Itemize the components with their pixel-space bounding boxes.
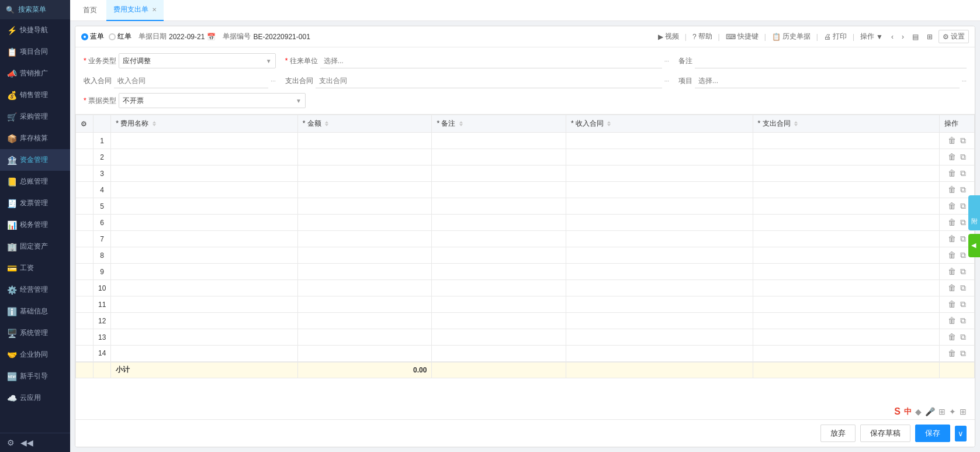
row-copy-13[interactable]: ⧉ [959,332,967,342]
row-amount-5[interactable] [297,198,432,215]
row-delete-6[interactable]: 🗑 [947,218,957,227]
sidebar-item-project-contract[interactable]: 📋项目合同 [0,41,70,63]
row-delete-1[interactable]: 🗑 [947,136,957,145]
col-income-contract-header[interactable]: * 收入合同 [566,115,753,133]
icon-zhong[interactable]: 中 [904,406,912,417]
row-income-contract-3[interactable] [566,165,753,182]
row-amount-3[interactable] [297,165,432,182]
sidebar-item-fixed-assets[interactable]: 🏢固定资产 [0,236,70,257]
row-expense-contract-11[interactable] [753,296,939,313]
expense-contract-sort[interactable] [794,121,798,126]
radio-red[interactable]: 红单 [109,32,131,42]
row-delete-5[interactable]: 🗑 [947,201,957,211]
row-expense-name-10[interactable] [111,280,297,296]
row-amount-1[interactable] [297,133,432,149]
row-delete-3[interactable]: 🗑 [947,168,957,178]
row-amount-6[interactable] [297,215,432,231]
icon-grid2[interactable]: ⊞ [960,407,967,416]
row-income-contract-12[interactable] [566,313,753,329]
sidebar-item-ledger-mgmt[interactable]: 📒总账管理 [0,171,70,192]
sidebar-item-invoice-mgmt[interactable]: 🧾发票管理 [0,192,70,214]
row-delete-9[interactable]: 🗑 [947,267,957,276]
row-delete-11[interactable]: 🗑 [947,299,957,309]
row-expense-name-4[interactable] [111,182,297,198]
row-copy-6[interactable]: ⧉ [959,218,967,227]
expense-contract-more-btn[interactable]: ··· [664,78,669,84]
amount-sort[interactable] [325,121,328,126]
row-copy-3[interactable]: ⧉ [959,168,967,178]
row-expense-name-11[interactable] [111,296,297,313]
col-note-header[interactable]: * 备注 [432,115,566,133]
row-amount-8[interactable] [297,247,432,264]
row-expense-contract-3[interactable] [753,165,939,182]
row-note-10[interactable] [432,280,566,296]
row-expense-name-13[interactable] [111,329,297,346]
row-income-contract-6[interactable] [566,215,753,231]
save-draft-button[interactable]: 保存草稿 [860,425,910,442]
row-note-6[interactable] [432,215,566,231]
sidebar-item-system-mgmt[interactable]: 🖥️系统管理 [0,322,70,344]
sidebar-item-inventory[interactable]: 📦库存核算 [0,127,70,149]
sidebar-item-enterprise-collab[interactable]: 🤝企业协同 [0,344,70,365]
row-note-4[interactable] [432,182,566,198]
sidebar-item-new-guide[interactable]: 🆕新手引导 [0,365,70,387]
row-expense-contract-9[interactable] [753,264,939,280]
settings-icon[interactable]: ⚙ [7,438,15,447]
row-delete-4[interactable]: 🗑 [947,185,957,194]
row-amount-9[interactable] [297,264,432,280]
row-copy-4[interactable]: ⧉ [959,185,967,195]
row-copy-7[interactable]: ⧉ [959,234,967,244]
row-income-contract-7[interactable] [566,231,753,247]
row-expense-name-9[interactable] [111,264,297,280]
radio-blue[interactable]: 蓝单 [81,32,104,42]
sidebar-item-marketing[interactable]: 📣营销推广 [0,63,70,84]
row-amount-7[interactable] [297,231,432,247]
row-amount-10[interactable] [297,280,432,296]
sidebar-search[interactable]: 🔍 搜索菜单 [0,0,70,19]
row-delete-10[interactable]: 🗑 [947,283,957,292]
row-copy-10[interactable]: ⧉ [959,283,967,293]
row-copy-11[interactable]: ⧉ [959,299,967,309]
expense-contract-input[interactable] [316,73,662,88]
payee-more-btn[interactable]: ··· [664,58,669,64]
row-delete-2[interactable]: 🗑 [947,152,957,161]
invoice-type-select[interactable]: 不开票 ▼ [119,93,306,108]
row-income-contract-2[interactable] [566,149,753,165]
row-expense-name-2[interactable] [111,149,297,165]
row-note-7[interactable] [432,231,566,247]
prev-btn[interactable]: ‹ [889,32,896,42]
row-note-11[interactable] [432,296,566,313]
row-copy-12[interactable]: ⧉ [959,316,967,326]
row-expense-name-7[interactable] [111,231,297,247]
right-panel-btn2[interactable]: ◀ [968,234,980,257]
row-copy-5[interactable]: ⧉ [959,201,967,211]
row-amount-13[interactable] [297,329,432,346]
note-input[interactable] [695,53,967,68]
row-expense-name-5[interactable] [111,198,297,215]
print-btn[interactable]: 🖨 打印 [822,30,849,43]
row-delete-7[interactable]: 🗑 [947,234,957,243]
project-input[interactable] [695,73,960,88]
col-amount-header[interactable]: * 金额 [297,115,432,133]
expense-name-sort[interactable] [153,121,156,126]
row-expense-name-3[interactable] [111,165,297,182]
row-expense-contract-6[interactable] [753,215,939,231]
sidebar-item-capital-mgmt[interactable]: 🏦资金管理 [0,149,70,171]
row-delete-14[interactable]: 🗑 [947,349,957,358]
layout2-btn[interactable]: ⊞ [924,32,935,42]
icon-diamond[interactable]: ◆ [915,407,922,416]
row-delete-12[interactable]: 🗑 [947,316,957,325]
sidebar-item-payroll[interactable]: 💳工资 [0,257,70,279]
row-amount-14[interactable] [297,346,432,362]
video-btn[interactable]: ▶ 视频 [656,30,681,43]
project-more-btn[interactable]: ··· [962,78,967,84]
discard-button[interactable]: 放弃 [820,425,856,442]
sidebar-item-basic-info[interactable]: ℹ️基础信息 [0,301,70,322]
row-income-contract-9[interactable] [566,264,753,280]
row-amount-4[interactable] [297,182,432,198]
row-expense-name-14[interactable] [111,346,297,362]
sidebar-item-sales-mgmt[interactable]: 💰销售管理 [0,84,70,106]
income-contract-input[interactable] [114,73,268,88]
volume-icon[interactable]: ◀◀ [20,438,33,447]
row-copy-2[interactable]: ⧉ [959,152,967,162]
